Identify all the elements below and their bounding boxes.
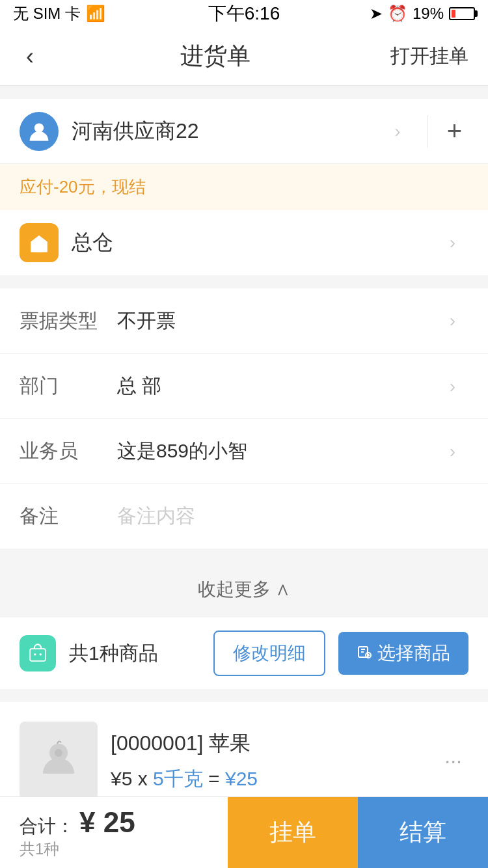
svg-rect-1 — [36, 246, 42, 252]
warehouse-section: 总仓 › — [0, 210, 488, 275]
edit-detail-button[interactable]: 修改明细 — [213, 631, 325, 676]
status-bar-time: 下午6:16 — [208, 1, 280, 26]
product-equals-icon: = — [208, 768, 225, 789]
battery-icon — [449, 7, 475, 20]
product-more-button[interactable]: ··· — [438, 742, 468, 780]
wifi-icon: 📶 — [86, 5, 105, 23]
carrier-label: 无 SIM 卡 — [13, 3, 81, 24]
product-thumbnail — [20, 722, 98, 800]
supplier-chevron-icon: › — [394, 121, 400, 142]
status-bar-right: ➤ ⏰ 19% — [370, 5, 475, 23]
bottom-bar: 合计： ¥ 25 共1种 挂单 结算 — [0, 796, 488, 868]
product-header: 共1种商品 修改明细 选择商品 — [0, 617, 488, 689]
supplier-avatar — [20, 112, 59, 151]
open-hang-button[interactable]: 打开挂单 — [390, 43, 468, 70]
warehouse-row[interactable]: 总仓 › — [0, 210, 488, 275]
remark-label: 备注 — [20, 503, 98, 530]
product-multiply-icon: x — [138, 768, 153, 789]
product-count-label: 共1种商品 — [69, 640, 200, 667]
select-product-button[interactable]: 选择商品 — [338, 632, 468, 675]
payment-notice: 应付-20元，现结 — [0, 164, 488, 210]
invoice-type-label: 票据类型 — [20, 308, 98, 334]
battery-label: 19% — [413, 5, 444, 23]
product-info: [0000001] 苹果 ¥5 x 5千克 = ¥25 — [111, 729, 425, 793]
product-name: [0000001] 苹果 — [111, 729, 425, 758]
svg-point-3 — [34, 653, 36, 655]
invoice-type-row[interactable]: 票据类型 不开票 › — [0, 288, 488, 353]
salesperson-row[interactable]: 业务员 这是859的小智 › — [0, 418, 488, 483]
salesperson-label: 业务员 — [20, 438, 98, 465]
total-label: 合计： — [20, 814, 74, 839]
product-unit-price: ¥5 — [111, 768, 132, 789]
status-bar: 无 SIM 卡 📶 下午6:16 ➤ ⏰ 19% — [0, 0, 488, 27]
collapse-button[interactable]: 收起更多 ∧ — [0, 562, 488, 617]
department-value: 总 部 — [98, 373, 450, 400]
svg-point-4 — [40, 653, 42, 655]
select-product-icon — [357, 643, 372, 664]
invoice-type-chevron-icon: › — [450, 310, 455, 331]
salesperson-chevron-icon: › — [450, 441, 455, 462]
alarm-icon: ⏰ — [388, 5, 407, 23]
total-sub: 共1种 — [20, 839, 208, 860]
invoice-type-value: 不开票 — [98, 308, 450, 334]
hang-button[interactable]: 挂单 — [228, 797, 358, 868]
product-code: [0000001] — [111, 731, 203, 755]
divider — [427, 115, 427, 148]
supplier-name: 河南供应商22 — [72, 117, 394, 146]
warehouse-name: 总仓 — [72, 228, 450, 257]
department-row[interactable]: 部门 总 部 › — [0, 353, 488, 418]
page-title: 进货单 — [180, 40, 251, 72]
add-supplier-button[interactable]: + — [441, 110, 468, 152]
warehouse-icon — [20, 223, 59, 262]
select-product-label: 选择商品 — [377, 641, 450, 666]
back-button[interactable]: ‹ — [20, 36, 40, 77]
remark-row[interactable]: 备注 备注内容 — [0, 483, 488, 549]
supplier-row[interactable]: 河南供应商22 › + — [0, 99, 488, 164]
product-title: 苹果 — [209, 731, 251, 755]
svg-point-0 — [34, 123, 44, 132]
total-row: 合计： ¥ 25 — [20, 806, 208, 839]
product-count-icon — [20, 635, 56, 671]
warehouse-chevron-icon: › — [450, 232, 455, 253]
status-bar-left: 无 SIM 卡 📶 — [13, 3, 105, 24]
product-header-section: 共1种商品 修改明细 选择商品 — [0, 617, 488, 689]
product-price-row: ¥5 x 5千克 = ¥25 — [111, 766, 425, 793]
department-chevron-icon: › — [450, 376, 455, 397]
bottom-total-area: 合计： ¥ 25 共1种 — [0, 797, 228, 868]
salesperson-value: 这是859的小智 — [98, 438, 450, 465]
department-label: 部门 — [20, 373, 98, 400]
total-amount: ¥ 25 — [79, 806, 135, 839]
checkout-button[interactable]: 结算 — [358, 797, 488, 868]
location-icon: ➤ — [370, 5, 383, 23]
remark-placeholder: 备注内容 — [98, 503, 468, 530]
nav-bar: ‹ 进货单 打开挂单 — [0, 27, 488, 86]
svg-rect-2 — [30, 649, 46, 661]
supplier-section: 河南供应商22 › + 应付-20元，现结 — [0, 99, 488, 210]
product-subtotal: ¥25 — [225, 768, 258, 789]
form-section: 票据类型 不开票 › 部门 总 部 › 业务员 这是859的小智 › 备注 备注… — [0, 288, 488, 549]
product-qty: 5千克 — [153, 768, 203, 789]
svg-point-8 — [55, 749, 62, 757]
